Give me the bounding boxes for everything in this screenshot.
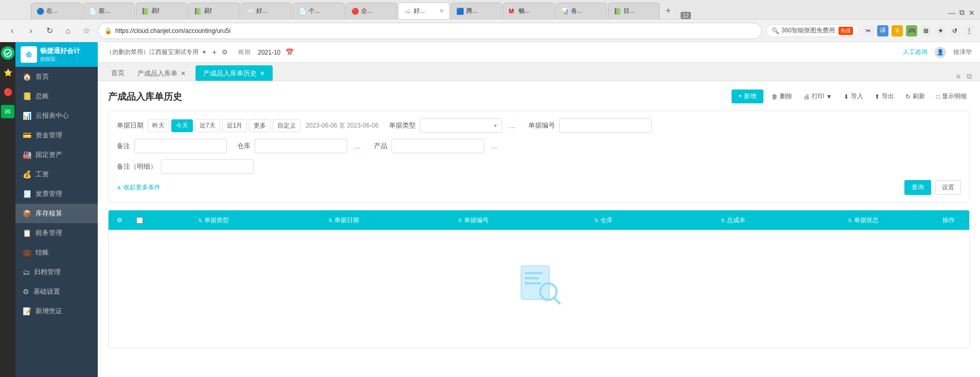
period-value[interactable]: 2021-10 [258,49,280,56]
page-expand-button[interactable]: ⧉ [967,72,972,81]
add-company-button[interactable]: + [212,48,217,57]
rail-icon-star[interactable]: ⭐ [1,66,14,79]
th-type[interactable]: ⇅ 单据类型 [149,216,279,225]
type-ellipsis[interactable]: ... [506,121,519,130]
minimize-button[interactable]: — [948,9,955,17]
back-button[interactable]: ‹ [5,24,20,38]
date-more[interactable]: 更多 [249,119,271,132]
browser-tab-4[interactable]: 📗 易f [188,3,240,19]
display-detail-toggle[interactable]: □ 显示明细 [933,90,970,103]
home-button[interactable]: ⌂ [61,24,75,38]
print-button[interactable]: 🖨 打印 ▼ [800,90,835,103]
game-ext-icon[interactable]: 🎮 [906,25,917,37]
page-close-button[interactable]: ✕ [950,73,967,81]
th-date[interactable]: ⇅ 单据日期 [279,216,409,225]
sidebar-item-invoice[interactable]: 🧾 发票管理 [15,184,98,204]
tab-icon-10: M [509,8,516,15]
brightness-ext-icon[interactable]: ☀ [935,25,946,37]
remark-input[interactable] [134,139,227,153]
th-cost[interactable]: ⇅ 总成本 [668,216,798,225]
grid-ext-icon[interactable]: ⊞ [920,25,932,37]
browser-tab-10[interactable]: M 畅... [503,3,555,19]
browser-tab-5[interactable]: ☁️ 好... [241,3,292,19]
select-all-checkbox[interactable] [136,217,143,224]
bc-tab-list-close[interactable]: ✕ [181,70,186,77]
bc-tab-history[interactable]: 产成品入库单历史 ✕ [195,65,273,81]
warehouse-input[interactable] [255,139,347,153]
date-yesterday[interactable]: 昨天 [148,119,169,132]
rail-icon-weibo[interactable]: 🔴 [1,85,14,99]
number-input[interactable] [559,118,652,133]
browser-tab-7[interactable]: 🔴 企... [346,3,397,19]
restore-button[interactable]: ⧉ [959,8,965,17]
browser-tab-8[interactable]: ☁️ 好... ✕ [398,3,450,19]
product-ellipsis[interactable]: ... [488,142,501,150]
add-button[interactable]: + 新增 [732,89,763,103]
th-checkbox[interactable] [130,217,149,224]
yuan-ext-icon[interactable]: ¥ [892,25,903,37]
print-dropdown-icon[interactable]: ▼ [826,93,832,100]
calendar-icon[interactable]: 📅 [286,48,294,56]
settings-ext-icon[interactable]: ⋮ [964,25,975,37]
reload-ext-icon[interactable]: ↺ [949,25,960,37]
bookmark-button[interactable]: ☆ [79,24,94,38]
date-custom[interactable]: 自定义 [273,119,300,132]
breadcrumb-home[interactable]: 首页 [106,65,130,81]
type-select[interactable] [420,118,502,133]
browser-tab-6[interactable]: 📄 个... [293,3,345,19]
new-tab-button[interactable]: + [661,3,676,19]
th-status[interactable]: ⇅ 单据状态 [798,216,929,225]
close-button[interactable]: ✕ [969,9,975,17]
refresh-button[interactable]: ↻ 刷新 [902,90,928,103]
delete-button[interactable]: 🗑 删除 [769,90,795,103]
user-name[interactable]: 徐泽华 [953,48,972,57]
sidebar-item-inventory[interactable]: 📦 库存核算 [15,204,98,223]
tab-icon-3: 📗 [141,8,149,15]
browser-tab-9[interactable]: 🟦 腾... [451,3,502,19]
search-extension[interactable]: 🔍 360智能抠图免费用 热搜 [766,24,859,37]
bc-tab-list[interactable]: 产成品入库单 ✕ [130,65,193,81]
browser-tab-1[interactable]: 🔵 在... [31,3,82,19]
date-7days[interactable]: 近7天 [195,119,220,132]
export-button[interactable]: ⬆ 导出 [871,90,897,103]
url-bar[interactable]: 🔒 https://cloud.chanjet.com/accounting/u… [98,23,762,39]
sidebar-item-new[interactable]: 📝 新增凭证 [15,301,98,321]
query-button[interactable]: 查询 [904,180,931,195]
bc-tab-history-close[interactable]: ✕ [260,70,265,77]
browser-tab-11[interactable]: 📊 各... [556,3,607,19]
th-warehouse[interactable]: ⇅ 仓库 [539,216,669,225]
th-settings[interactable]: ⚙ [109,217,130,224]
date-1month[interactable]: 近1月 [222,119,247,132]
detail-remark-input[interactable] [161,159,254,174]
warehouse-ellipsis[interactable]: ... [351,142,364,150]
import-button[interactable]: ⬇ 导入 [841,90,866,103]
company-settings-icon[interactable]: ⚙ [222,48,228,56]
sidebar-item-home[interactable]: 🏠 首页 [15,67,98,86]
cut-ext-icon[interactable]: ✂ [863,25,874,37]
collapse-button[interactable]: ∧ 收起更多条件 [117,180,161,195]
service-button[interactable]: 人工咨询 [903,48,928,57]
sidebar-item-archive[interactable]: 🗂 归档管理 [15,262,98,282]
sidebar-item-ledger[interactable]: 📒 总账 [15,86,98,106]
sidebar-item-tax[interactable]: 📋 税务管理 [15,223,98,243]
refresh-button[interactable]: ↻ [42,24,57,38]
forward-button[interactable]: › [24,24,38,38]
sidebar-item-fixed[interactable]: 🏭 固定资产 [15,145,98,165]
sidebar-item-base[interactable]: ⚙ 基础设置 [15,282,98,301]
browser-tab-2[interactable]: 📄 新... [83,3,135,19]
sidebar-item-funds[interactable]: 💳 资金管理 [15,125,98,145]
settings-button[interactable]: 设置 [935,180,961,195]
sidebar-item-payroll[interactable]: 💰 工资 [15,165,98,184]
translate-ext-icon[interactable]: 译 [877,25,888,37]
browser-tab-12[interactable]: 📗 目... [608,3,660,19]
rail-icon-mail[interactable]: ✉ [1,105,14,118]
tab-close-8[interactable]: ✕ [436,8,444,14]
th-number[interactable]: ⇅ 单据编号 [408,216,539,225]
sidebar-item-reports[interactable]: 📊 云报表中心 [15,106,98,125]
rail-icon-green[interactable] [1,46,14,60]
product-input[interactable] [391,139,484,153]
browser-tab-3[interactable]: 📗 易f [136,3,187,19]
date-today[interactable]: 今天 [171,119,193,132]
company-selector[interactable]: （勿删勿禁用）江西服宝测试专用 ▼ [106,48,207,57]
sidebar-item-checkout[interactable]: 💼 结账 [15,243,98,262]
